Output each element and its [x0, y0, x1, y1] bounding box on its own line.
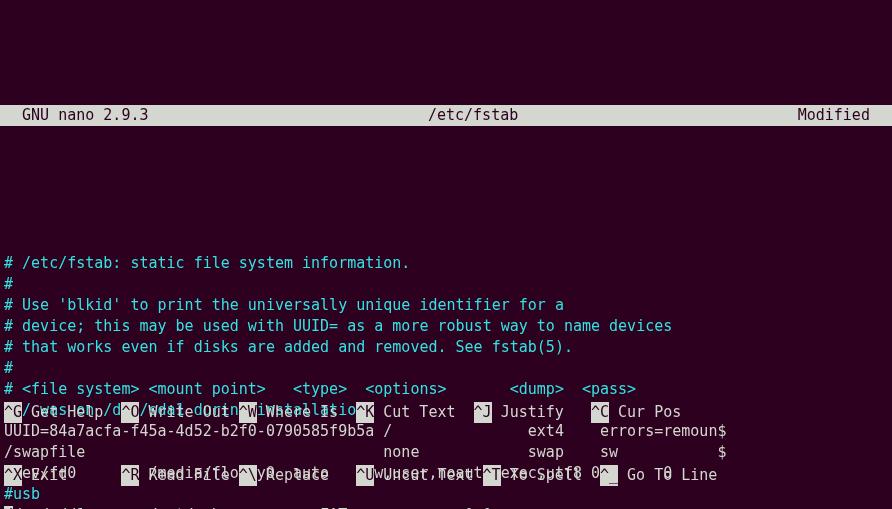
shortcut-item[interactable]: ^KCut Text [356, 402, 473, 423]
editor-line[interactable]: # that works even if disks are added and… [4, 337, 888, 358]
line-text: # Use 'blkid' to print the universally u… [4, 296, 564, 314]
shortcut-item[interactable]: ^TTo Spell [483, 465, 600, 486]
line-text: # [4, 275, 13, 293]
shortcut-item[interactable]: ^OWrite Out [121, 402, 238, 423]
shortcut-row: ^GGet Help^OWrite Out^WWhere Is^KCut Tex… [4, 402, 888, 423]
editor-line[interactable]: # Use 'blkid' to print the universally u… [4, 295, 888, 316]
shortcut-key: ^G [4, 402, 22, 423]
shortcut-item[interactable]: ^JJustify [474, 402, 591, 423]
shortcut-key: ^_ [600, 465, 618, 486]
shortcut-key: ^U [356, 465, 374, 486]
shortcut-key: ^K [356, 402, 374, 423]
line-text: # device; this may be used with UUID= as… [4, 317, 672, 335]
shortcut-item[interactable]: ^GGet Help [4, 402, 121, 423]
shortcut-label: To Spell [501, 465, 600, 486]
shortcut-label: Write Out [139, 402, 238, 423]
shortcut-label: Read File [139, 465, 238, 486]
shortcut-key: ^O [121, 402, 139, 423]
shortcut-row: ^XExit^RRead File^\Replace^UUncut Text^T… [4, 465, 888, 486]
shortcut-label: Cur Pos [609, 402, 708, 423]
app-version: GNU nano 2.9.3 [4, 105, 149, 126]
shortcut-label: Get Help [22, 402, 121, 423]
blank-line [4, 211, 888, 232]
shortcut-item[interactable]: ^RRead File [121, 465, 238, 486]
shortcut-key: ^T [483, 465, 501, 486]
shortcut-key: ^R [121, 465, 139, 486]
modified-indicator: Modified [798, 105, 888, 126]
shortcut-bar: ^GGet Help^OWrite Out^WWhere Is^KCut Tex… [0, 360, 892, 509]
shortcut-item[interactable]: ^XExit [4, 465, 121, 486]
shortcut-item[interactable]: ^WWhere Is [239, 402, 356, 423]
shortcut-key: ^W [239, 402, 257, 423]
editor-line[interactable]: # /etc/fstab: static file system informa… [4, 253, 888, 274]
shortcut-label: Replace [257, 465, 356, 486]
line-text: # /etc/fstab: static file system informa… [4, 254, 410, 272]
title-bar: GNU nano 2.9.3 /etc/fstab Modified [0, 105, 892, 126]
shortcut-item[interactable]: ^\Replace [239, 465, 356, 486]
shortcut-key: ^\ [239, 465, 257, 486]
shortcut-key: ^J [474, 402, 492, 423]
shortcut-key: ^X [4, 465, 22, 486]
file-path: /etc/fstab [428, 105, 518, 126]
shortcut-label: Go To Line [618, 465, 726, 486]
editor-line[interactable]: # [4, 274, 888, 295]
shortcut-label: Cut Text [374, 402, 473, 423]
shortcut-label: Justify [492, 402, 591, 423]
shortcut-label: Uncut Text [374, 465, 482, 486]
editor-line[interactable]: # device; this may be used with UUID= as… [4, 316, 888, 337]
shortcut-label: Where Is [257, 402, 356, 423]
line-text: # that works even if disks are added and… [4, 338, 573, 356]
shortcut-item[interactable]: ^UUncut Text [356, 465, 482, 486]
shortcut-item[interactable]: ^_Go To Line [600, 465, 726, 486]
shortcut-label: Exit [22, 465, 121, 486]
shortcut-item[interactable]: ^CCur Pos [591, 402, 708, 423]
shortcut-key: ^C [591, 402, 609, 423]
